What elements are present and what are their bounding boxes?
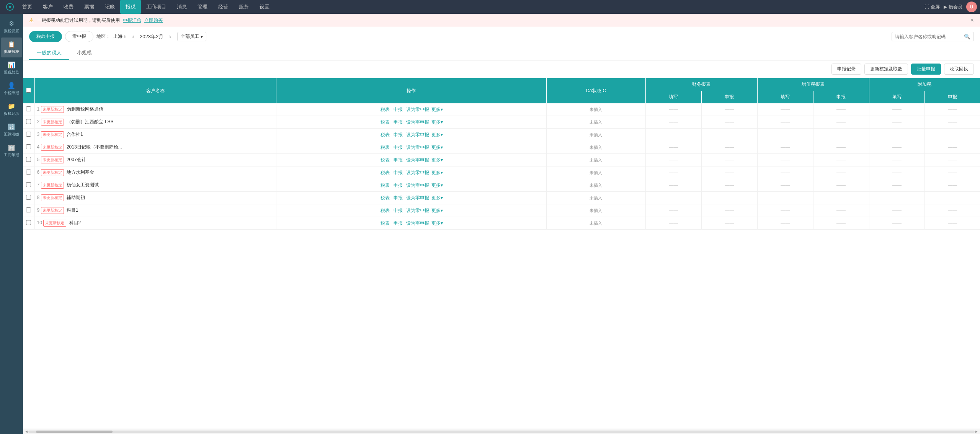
sidebar-item-personal-tax[interactable]: 👤 个税申报 [1,79,22,99]
op-more[interactable]: 更多▾ [431,208,443,213]
op-set-zero[interactable]: 设为零申报 [406,132,429,137]
banner-close-btn[interactable]: × [970,17,974,24]
op-more[interactable]: 更多▾ [431,220,443,226]
search-button[interactable]: 🔍 [961,32,973,41]
nav-service[interactable]: 服务 [234,0,254,14]
op-set-zero[interactable]: 设为零申报 [406,119,429,125]
op-set-zero[interactable]: 设为零申报 [406,195,429,201]
row-checkbox-cell[interactable] [23,192,34,204]
subtab-general-taxpayer[interactable]: 一般的税人 [29,46,69,60]
op-set-zero[interactable]: 设为零申报 [406,157,429,163]
scroll-track[interactable] [28,431,975,433]
op-tax-form[interactable]: 税表 [381,119,390,125]
nav-invoice[interactable]: 票据 [79,0,100,14]
next-month-btn[interactable]: › [166,33,174,41]
op-set-zero[interactable]: 设为零申报 [406,183,429,188]
op-declare[interactable]: 申报 [394,220,403,226]
th-checkbox[interactable] [23,78,34,103]
row-checkbox[interactable] [26,132,31,137]
row-checkbox[interactable] [26,144,31,149]
fullscreen-btn[interactable]: ⛶ 全屏 [924,4,940,10]
op-tax-form[interactable]: 税表 [381,195,390,201]
op-set-zero[interactable]: 设为零申报 [406,107,429,112]
op-more[interactable]: 更多▾ [431,195,443,201]
op-declare[interactable]: 申报 [394,183,403,188]
sidebar-item-tax-overview[interactable]: 📊 报税总览 [1,58,22,78]
row-checkbox[interactable] [26,170,31,175]
op-set-zero[interactable]: 设为零申报 [406,220,429,226]
op-declare[interactable]: 申报 [394,195,403,201]
op-set-zero[interactable]: 设为零申报 [406,145,429,150]
sidebar-item-tax-records[interactable]: 📁 报税记录 [1,100,22,119]
op-declare[interactable]: 申报 [394,119,403,125]
nav-billing[interactable]: 收费 [58,0,79,14]
row-checkbox[interactable] [26,119,31,124]
op-tax-form[interactable]: 税表 [381,220,390,226]
row-checkbox-cell[interactable] [23,129,34,141]
op-tax-form[interactable]: 税表 [381,183,390,188]
op-more[interactable]: 更多▾ [431,183,443,188]
row-checkbox-cell[interactable] [23,179,34,192]
op-declare[interactable]: 申报 [394,132,403,137]
tab-zero-declaration[interactable]: 零申报 [65,31,93,42]
staff-selector[interactable]: 全部员工 ▾ [177,32,206,41]
user-avatar[interactable]: U [966,2,977,12]
nav-message[interactable]: 消息 [172,0,192,14]
op-tax-form[interactable]: 税表 [381,107,390,112]
op-more[interactable]: 更多▾ [431,145,443,150]
row-checkbox[interactable] [26,207,31,212]
row-checkbox-cell[interactable] [23,141,34,154]
row-checkbox-cell[interactable] [23,166,34,179]
op-declare[interactable]: 申报 [394,208,403,213]
op-declare[interactable]: 申报 [394,107,403,112]
row-checkbox[interactable] [26,157,31,162]
scroll-left-btn[interactable]: ◄ [24,429,28,434]
gengxin-btn[interactable]: 更新核定及取数 [864,64,908,75]
nav-manage[interactable]: 管理 [192,0,213,14]
op-tax-form[interactable]: 税表 [381,145,390,150]
search-input[interactable] [892,33,961,41]
op-set-zero[interactable]: 设为零申报 [406,208,429,213]
nav-bookkeeping[interactable]: 记账 [100,0,120,14]
row-checkbox[interactable] [26,106,31,111]
op-more[interactable]: 更多▾ [431,170,443,175]
op-tax-form[interactable]: 税表 [381,132,390,137]
sidebar-item-business-annual[interactable]: 🏢 工商年报 [1,141,22,161]
scroll-thumb[interactable] [36,431,113,433]
row-checkbox[interactable] [26,182,31,187]
sidebar-item-batch-tax[interactable]: 📋 批量报税 [1,38,22,57]
row-checkbox[interactable] [26,220,31,225]
nav-bizproject[interactable]: 工商项目 [141,0,172,14]
nav-home[interactable]: 首页 [17,0,38,14]
op-tax-form[interactable]: 税表 [381,157,390,163]
trial-link-summary[interactable]: 申报汇总 [123,17,141,24]
op-set-zero[interactable]: 设为零申报 [406,170,429,175]
location-selector[interactable]: 上海 ℹ [113,33,126,40]
premium-btn[interactable]: ▶ 畅会员 [944,4,962,10]
sidebar-item-calc-clear[interactable]: 🔢 汇算清缴 [1,120,22,140]
row-checkbox-cell[interactable] [23,103,34,116]
tab-tax-declaration[interactable]: 税款申报 [29,31,62,42]
nav-customer[interactable]: 客户 [38,0,58,14]
select-all-checkbox[interactable] [26,88,31,93]
scroll-right-btn[interactable]: ► [975,429,978,434]
op-more[interactable]: 更多▾ [431,132,443,137]
row-checkbox[interactable] [26,195,31,200]
op-more[interactable]: 更多▾ [431,107,443,112]
row-checkbox-cell[interactable] [23,154,34,166]
prev-month-btn[interactable]: ‹ [129,33,137,41]
subtab-small-scale[interactable]: 小规模 [69,46,100,60]
row-checkbox-cell[interactable] [23,204,34,217]
row-checkbox-cell[interactable] [23,116,34,129]
nav-finance[interactable]: 经营 [213,0,234,14]
piliangshenbao-btn[interactable]: 批量申报 [911,64,941,75]
horizontal-scrollbar[interactable]: ◄ ► [23,429,980,434]
op-declare[interactable]: 申报 [394,170,403,175]
shenbaojilu-btn[interactable]: 申报记录 [831,64,861,75]
op-declare[interactable]: 申报 [394,157,403,163]
op-declare[interactable]: 申报 [394,145,403,150]
trial-link-buy[interactable]: 立即购买 [144,17,163,24]
op-more[interactable]: 更多▾ [431,157,443,163]
nav-tax[interactable]: 报税 [120,0,141,14]
row-checkbox-cell[interactable] [23,217,34,230]
